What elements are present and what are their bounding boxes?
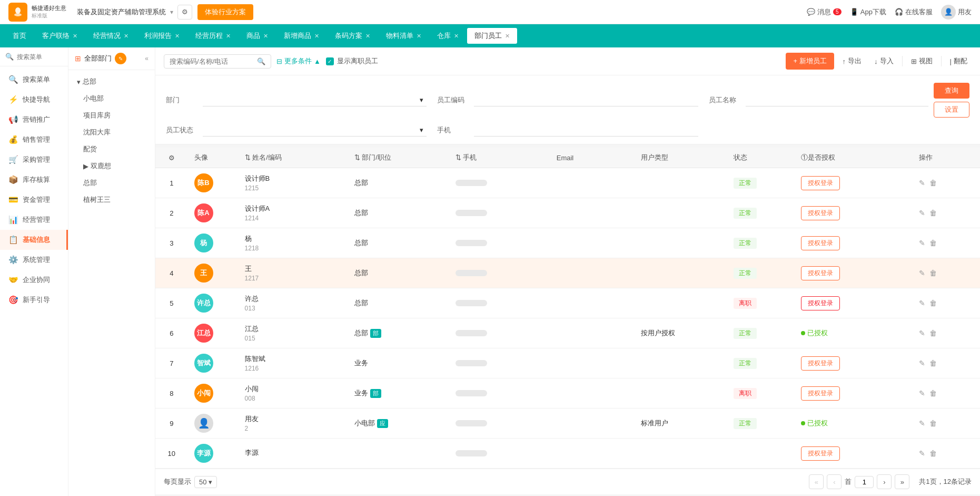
search-icon[interactable]: 🔍 — [257, 57, 265, 65]
delete-icon[interactable]: 🗑 — [929, 419, 937, 427]
sidebar-item-system[interactable]: ⚙️ 系统管理 — [0, 250, 68, 270]
delete-icon[interactable]: 🗑 — [929, 209, 937, 217]
col-name-header[interactable]: ⇅ 姓名/编码 — [239, 148, 348, 168]
view-button[interactable]: ⊞ 视图 — [907, 54, 937, 69]
dept-item-slx[interactable]: ▶ 双鹿想 — [68, 158, 155, 174]
phone-filter-input[interactable] — [474, 124, 698, 137]
prev-page-button[interactable]: ‹ — [827, 474, 842, 489]
close-icon[interactable]: ✕ — [124, 33, 128, 40]
close-icon[interactable]: ✕ — [263, 33, 268, 40]
dept-item-sydd[interactable]: 沈阳大库 — [68, 124, 155, 141]
nav-department[interactable]: 部门员工 ✕ — [467, 28, 517, 44]
edit-icon[interactable]: ✎ — [919, 389, 925, 397]
close-icon[interactable]: ✕ — [454, 33, 459, 40]
auth-button[interactable]: 授权登录 — [801, 176, 840, 190]
edit-icon[interactable]: ✎ — [919, 449, 925, 458]
more-filter-btn[interactable]: ⊟ 更多条件 ▲ — [276, 56, 321, 66]
nav-profit[interactable]: 利润报告 ✕ — [137, 28, 187, 44]
per-page-value[interactable]: 50 ▾ — [194, 476, 217, 488]
edit-icon[interactable]: ✎ — [919, 239, 925, 247]
auth-button[interactable]: 授权登录 — [801, 386, 840, 401]
nav-goods[interactable]: 商品 ✕ — [239, 28, 275, 44]
close-icon[interactable]: ✕ — [175, 33, 180, 40]
dept-item-xd[interactable]: 小电部 — [68, 90, 155, 107]
auth-button[interactable]: 授权登录 — [801, 296, 840, 310]
sidebar-item-marketing[interactable]: 📢 营销推广 — [0, 110, 68, 130]
empname-filter-input[interactable] — [746, 94, 928, 106]
empstatus-filter-select[interactable]: ▾ — [203, 124, 427, 137]
sidebar-item-inventory[interactable]: 📦 库存核算 — [0, 170, 68, 190]
sidebar-item-purchase[interactable]: 🛒 采购管理 — [0, 150, 68, 170]
reset-button[interactable]: 设置 — [934, 102, 969, 118]
sidebar-item-sales[interactable]: 💰 销售管理 — [0, 130, 68, 150]
dept-item-ph[interactable]: 配货 — [68, 141, 155, 158]
delete-icon[interactable]: 🗑 — [929, 389, 937, 397]
nav-warehouse[interactable]: 仓库 ✕ — [430, 28, 466, 44]
col-phone-header[interactable]: ⇅ 手机 — [449, 148, 550, 168]
dept-item-xmkf[interactable]: 项目库房 — [68, 107, 155, 124]
trial-button[interactable]: 体验行业方案 — [197, 4, 253, 20]
show-resigned-toggle[interactable]: ✓ 显示离职员工 — [326, 56, 378, 66]
nav-home[interactable]: 首页 — [5, 28, 34, 44]
import-button[interactable]: ↓ 导入 — [870, 54, 898, 69]
last-page-button[interactable]: » — [895, 474, 909, 489]
delete-icon[interactable]: 🗑 — [929, 449, 937, 458]
delete-icon[interactable]: 🗑 — [929, 269, 937, 277]
auth-button[interactable]: 授权登录 — [801, 356, 840, 371]
export-button[interactable]: ↑ 导出 — [838, 54, 866, 69]
add-employee-button[interactable]: + 新增员工 — [786, 53, 834, 70]
auth-button[interactable]: 授权登录 — [801, 266, 840, 280]
close-icon[interactable]: ✕ — [73, 33, 77, 40]
edit-icon[interactable]: ✎ — [919, 329, 925, 337]
delete-icon[interactable]: 🗑 — [929, 299, 937, 307]
nav-operation[interactable]: 经营情况 ✕ — [86, 28, 136, 44]
close-icon[interactable]: ✕ — [314, 33, 319, 40]
search-input[interactable] — [170, 57, 254, 65]
nav-add-goods[interactable]: 新增商品 ✕ — [276, 28, 326, 44]
delete-icon[interactable]: 🗑 — [929, 239, 937, 247]
online-service-btn[interactable]: 🎧 在线客服 — [895, 7, 933, 17]
dept-filter-select[interactable]: ▾ — [203, 94, 427, 106]
delete-icon[interactable]: 🗑 — [929, 179, 937, 187]
dept-item-zb[interactable]: 总部 — [68, 174, 155, 191]
sidebar-item-finance[interactable]: 💳 资金管理 — [0, 190, 68, 210]
auth-button[interactable]: 授权登录 — [801, 236, 840, 250]
message-btn[interactable]: 💬 消息 5 — [807, 7, 842, 17]
next-page-button[interactable]: › — [877, 474, 892, 489]
sidebar-item-collab[interactable]: 🤝 企业协同 — [0, 270, 68, 290]
sidebar-item-quicknav[interactable]: ⚡ 快捷导航 — [0, 90, 68, 110]
query-button[interactable]: 查询 — [934, 83, 969, 99]
col-settings[interactable]: ⚙ — [155, 148, 188, 168]
nav-barcode[interactable]: 条码方案 ✕ — [328, 28, 378, 44]
dept-edit-button[interactable]: ✎ — [115, 53, 126, 64]
edit-icon[interactable]: ✎ — [919, 269, 925, 277]
delete-icon[interactable]: 🗑 — [929, 329, 937, 337]
more-button[interactable]: | 翻配 — [946, 54, 972, 69]
edit-icon[interactable]: ✎ — [919, 209, 925, 217]
empcode-filter-input[interactable] — [474, 94, 698, 106]
dropdown-arrow[interactable]: ▾ — [170, 8, 173, 16]
close-icon[interactable]: ✕ — [365, 33, 370, 40]
close-icon[interactable]: ✕ — [226, 33, 231, 40]
auth-button[interactable]: 授权登录 — [801, 206, 840, 220]
edit-icon[interactable]: ✎ — [919, 419, 925, 427]
app-download-btn[interactable]: 📱 App下载 — [850, 7, 886, 17]
nav-bom[interactable]: 物料清单 ✕ — [379, 28, 429, 44]
nav-customer[interactable]: 客户联络 ✕ — [35, 28, 85, 44]
gear-button[interactable]: ⚙ — [177, 5, 192, 20]
edit-icon[interactable]: ✎ — [919, 179, 925, 187]
auth-button[interactable]: 授权登录 — [801, 446, 840, 461]
close-icon[interactable]: ✕ — [505, 33, 510, 40]
dept-item-root[interactable]: ▾ 总部 — [68, 73, 155, 90]
user-area[interactable]: 👤 用友 — [941, 5, 972, 20]
sidebar-search-input[interactable] — [17, 53, 59, 61]
delete-icon[interactable]: 🗑 — [929, 359, 937, 367]
dept-item-zsw[interactable]: 植树王三 — [68, 191, 155, 208]
sidebar-item-operations[interactable]: 📊 经营管理 — [0, 210, 68, 230]
first-page-button[interactable]: « — [809, 474, 824, 489]
sidebar-item-search[interactable]: 🔍 搜索菜单 — [0, 70, 68, 90]
dept-collapse-button[interactable]: « — [145, 55, 149, 62]
nav-history[interactable]: 经营历程 ✕ — [188, 28, 238, 44]
edit-icon[interactable]: ✎ — [919, 299, 925, 307]
edit-icon[interactable]: ✎ — [919, 359, 925, 367]
